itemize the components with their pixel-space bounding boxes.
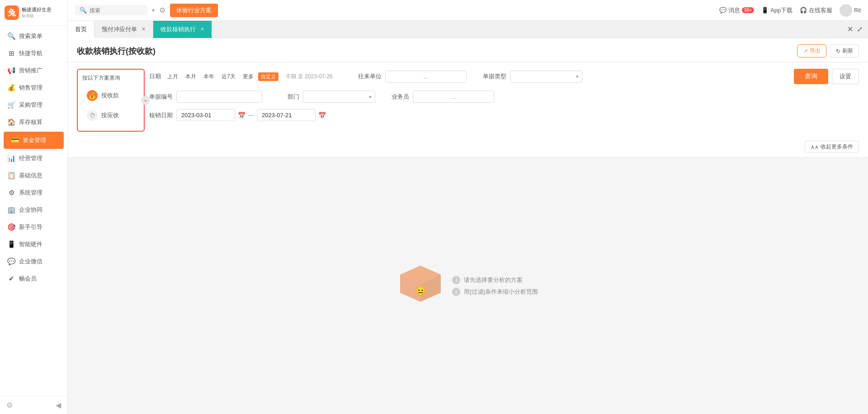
newbie-icon: 🎯 [7,223,15,231]
page-actions: ↗ 导出 ↻ 刷新 [797,44,859,57]
page-header: 收款核销执行(按收款) ↗ 导出 ↻ 刷新 [68,38,868,62]
export-icon: ↗ [803,48,808,54]
svg-text:😐: 😐 [415,286,426,296]
date-more[interactable]: 更多 [240,72,256,81]
receipt-icon: 💰 [87,90,98,101]
filter-date-field: 日期 上月 本月 本年 近7天 更多 自定义 [149,72,278,81]
search-icon: 🔍 [80,7,87,14]
date-7days[interactable]: 近7天 [219,72,238,81]
staff-input[interactable]: ... [413,90,494,103]
filter-row-1: 日期 上月 本月 本年 近7天 更多 自定义 不限 至 2023-07-26 [149,69,859,84]
close-receipt-icon[interactable]: ✕ [200,26,204,32]
sidebar-item-marketing[interactable]: 📢 营销推广 [0,62,67,79]
finance-icon: 💳 [11,136,19,144]
tab-prepay[interactable]: 预付冲应付单 ✕ [94,21,153,38]
sidebar-item-quicknav[interactable]: ⊞ 快捷导航 [0,45,67,62]
sidebar-item-operation[interactable]: 📊 经营管理 [0,150,67,167]
message-button[interactable]: 💬 消息 99+ [719,6,754,14]
sidebar-item-newbie[interactable]: 🎯 新手引导 [0,219,67,236]
collapse-conditions-button[interactable]: ∧∧ 收起更多条件 [805,141,859,153]
app-download-button[interactable]: 📱 App下载 [761,6,793,14]
online-service-button[interactable]: 🎧 在线客服 [800,6,832,14]
sidebar-settings-icon[interactable]: ⚙ [6,401,13,409]
close-all-tabs-icon[interactable]: ✕ [847,25,853,33]
empty-hint-1: 1 请先选择要分析的方案 [452,276,538,284]
topbar-right: 💬 消息 99+ 📱 App下载 🎧 在线客服 Rit [719,4,861,17]
query-by-receivable[interactable]: ⏱ 按应收 [82,106,139,124]
sidebar-item-enterprise[interactable]: 🏢 企业协同 [0,201,67,219]
main-content: 🔍 ▾ ⚙ 休验行业方案 💬 消息 99+ 📱 App下载 🎧 在线客服 Rit [68,0,868,414]
empty-hint-2: 2 用[过滤]条件来缩小分析范围 [452,288,538,296]
sidebar-item-member[interactable]: ✔ 畅会员 [0,270,67,287]
tabbar: 首页 预付冲应付单 ✕ 收款核销执行 ✕ ✕ ⤢ [68,21,868,38]
query-by-receipt[interactable]: 💰 按收款 [82,86,139,105]
headset-icon: 🎧 [800,7,807,14]
partner-label: 往来单位 [358,72,382,81]
member-icon: ✔ [7,275,15,283]
logo-text: 畅捷通好生意 [22,6,52,13]
topbar-gear-icon[interactable]: ⚙ [159,6,165,14]
calendar-end-icon[interactable]: 📅 [318,112,326,119]
tab-receipt[interactable]: 收款核销执行 ✕ [153,21,212,38]
topbar-chevron-icon[interactable]: ▾ [152,7,155,14]
verifydate-start[interactable] [176,109,235,121]
sidebar-item-purchase[interactable]: 🛒 采购管理 [0,96,67,114]
expand-tabs-icon[interactable]: ⤢ [857,25,863,33]
date-label: 日期 [149,72,161,81]
date-this-month[interactable]: 本月 [183,72,199,81]
calendar-start-icon[interactable]: 📅 [238,112,245,119]
export-button[interactable]: ↗ 导出 [797,44,826,57]
sidebar-item-basicinfo[interactable]: 📋 基础信息 [0,167,67,184]
avatar [840,4,852,17]
enterprise-icon: 🏢 [7,206,15,214]
search-input[interactable] [90,7,135,14]
user-profile[interactable]: Rit [840,4,861,17]
close-prepay-icon[interactable]: ✕ [142,26,146,32]
date-range-hint: 不限 至 2023-07-26 [286,73,333,81]
empty-box-svg: 😐 [398,263,443,304]
date-shortcuts: 上月 本月 本年 近7天 更多 自定义 [165,72,278,81]
sidebar-collapse-icon[interactable]: ◀ [56,401,61,409]
empty-illustration: 😐 [398,263,443,309]
wechat-icon: 💬 [7,257,15,266]
dept-select[interactable] [303,90,375,103]
date-separator: — [248,112,254,119]
sidebar-item-finance[interactable]: 💳 资金管理 [4,132,64,149]
sidebar-item-inventory[interactable]: 🏠 库存核算 [0,114,67,131]
date-this-year[interactable]: 本年 [201,72,217,81]
sidebar-item-wechat[interactable]: 💬 企业微信 [0,253,67,270]
verifydate-end[interactable] [257,109,316,121]
doctype-select[interactable] [510,71,582,83]
setting-button[interactable]: 设置 [832,69,859,84]
docno-input[interactable] [176,90,262,103]
sidebar: 兔 畅捷通好生意 标准版 🔍 搜索菜单 ⊞ 快捷导航 📢 营销推广 💰 销售管理… [0,0,68,414]
query-panel: 按以下方案查询 💰 按收款 ⏱ 按应收 « [77,69,145,132]
hint-num-1: 1 [452,276,460,284]
partner-input[interactable]: ... [385,71,467,83]
username: Rit [854,7,861,14]
topbar-search-box[interactable]: 🔍 [75,5,147,15]
tab-home[interactable]: 首页 [68,21,94,38]
sidebar-logo: 兔 畅捷通好生意 标准版 [0,0,67,26]
sidebar-item-system[interactable]: ⚙ 系统管理 [0,184,67,201]
filter-section: 按以下方案查询 💰 按收款 ⏱ 按应收 « 日期 [68,62,868,138]
hint-num-2: 2 [452,288,460,296]
refresh-icon: ↻ [836,48,840,54]
phone-icon: 📱 [761,7,769,14]
query-panel-collapse-icon[interactable]: « [141,96,150,105]
refresh-button[interactable]: ↻ 刷新 [830,44,859,57]
date-custom-badge[interactable]: 自定义 [258,72,278,81]
sidebar-item-search[interactable]: 🔍 搜索菜单 [0,28,67,45]
industry-button[interactable]: 休验行业方案 [170,4,218,17]
logo-icon: 兔 [5,5,19,20]
date-last-month[interactable]: 上月 [165,72,181,81]
staff-label: 业务员 [392,93,409,101]
filter-verifydate-field: 核销日期 📅 — 📅 [149,109,326,121]
sidebar-item-sales[interactable]: 💰 销售管理 [0,79,67,96]
sidebar-menu: 🔍 搜索菜单 ⊞ 快捷导航 📢 营销推广 💰 销售管理 🛒 采购管理 🏠 库存核… [0,26,67,396]
empty-hints: 1 请先选择要分析的方案 2 用[过滤]条件来缩小分析范围 [452,276,538,296]
sales-icon: 💰 [7,84,15,92]
query-button[interactable]: 查询 [794,69,828,84]
sidebar-item-hardware[interactable]: 📱 智能硬件 [0,236,67,253]
filter-dept-field: 部门 [288,90,375,103]
